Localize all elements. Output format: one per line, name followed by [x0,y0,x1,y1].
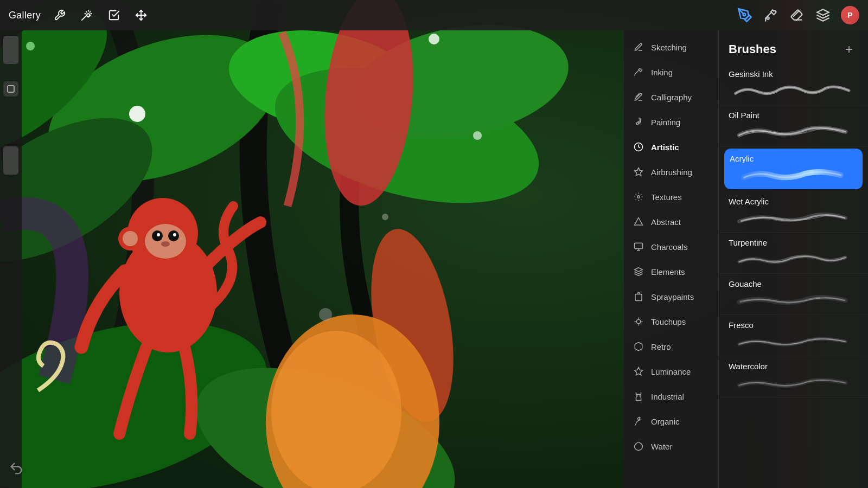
category-retro[interactable]: Retro [624,334,718,359]
brush-stroke-fresco [729,333,858,350]
magic-icon[interactable] [79,7,95,23]
svg-point-24 [429,34,439,44]
category-retro-label: Retro [651,342,671,351]
wrench-icon[interactable] [52,7,68,23]
brush-item-acrylic[interactable]: Acrylic [724,149,863,189]
category-luminance[interactable]: Luminance [624,359,718,384]
svg-line-30 [82,16,86,20]
category-list: Sketching Inking Calligraphy Painting Ar… [624,30,719,488]
brush-stroke-watercolor [729,374,858,391]
category-water-label: Water [651,442,672,451]
water-icon [633,440,644,452]
category-artistic-label: Artistic [651,143,679,152]
selection-icon[interactable] [106,7,122,23]
category-organic[interactable]: Organic [624,409,718,434]
organic-icon [633,415,644,427]
left-sidebar [0,30,22,488]
category-textures-label: Textures [651,192,682,202]
brush-stroke-turpentine [729,251,858,268]
category-sketching[interactable]: Sketching [624,35,718,60]
brush-item-gouache[interactable]: Gouache [719,274,868,315]
category-calligraphy-label: Calligraphy [651,93,692,102]
abstract-icon [633,216,644,228]
user-avatar[interactable]: P [841,6,859,24]
pen-tool-icon[interactable] [737,7,753,23]
category-organic-label: Organic [651,417,680,426]
svg-point-21 [161,241,170,247]
transform-icon[interactable] [133,7,149,23]
category-painting-label: Painting [651,118,680,127]
svg-marker-41 [635,218,643,226]
svg-point-26 [473,131,482,140]
sidebar-btn-1[interactable] [3,81,18,97]
category-touchups[interactable]: Touchups [624,309,718,334]
painting-icon [633,116,644,128]
svg-point-40 [637,196,640,198]
svg-rect-45 [635,294,642,301]
category-elements[interactable]: Elements [624,259,718,284]
svg-marker-35 [817,9,829,15]
brush-item-fresco[interactable]: Fresco [719,315,868,356]
category-textures[interactable]: Textures [624,184,718,209]
svg-point-33 [743,14,746,16]
size-slider[interactable] [3,146,18,175]
top-toolbar: Gallery [0,0,868,30]
brush-name-gouache: Gouache [729,279,858,288]
textures-icon [633,191,644,203]
category-calligraphy[interactable]: Calligraphy [624,85,718,110]
svg-point-27 [319,308,332,321]
brush-stroke-wet-acrylic [729,209,858,227]
category-inking[interactable]: Inking [624,60,718,85]
category-spraypaints-label: Spraypaints [651,292,694,301]
svg-point-13 [271,331,401,488]
svg-marker-51 [635,368,643,375]
category-airbrushing[interactable]: Airbrushing [624,159,718,184]
inking-icon [633,66,644,78]
brush-stroke-gouache [729,292,858,309]
brush-item-oil-paint[interactable]: Oil Paint [719,105,868,146]
brush-name-acrylic: Acrylic [730,154,857,163]
brush-stroke-oil [729,123,858,140]
category-industrial-label: Industrial [651,392,684,401]
brush-name-turpentine: Turpentine [729,238,858,247]
brush-name-watercolor: Watercolor [729,362,858,371]
svg-point-46 [636,319,641,324]
svg-point-38 [638,121,639,123]
svg-point-23 [123,231,138,246]
brush-item-wet-acrylic[interactable]: Wet Acrylic [719,191,868,233]
category-sketching-label: Sketching [651,43,687,52]
brush-icon[interactable] [763,7,779,23]
layers-icon[interactable] [815,7,831,23]
category-water[interactable]: Water [624,434,718,459]
category-painting[interactable]: Painting [624,110,718,134]
category-industrial[interactable]: Industrial [624,384,718,409]
category-spraypaints[interactable]: Spraypaints [624,284,718,309]
elements-icon [633,266,644,278]
add-brush-button[interactable]: + [840,40,858,59]
category-elements-label: Elements [651,267,685,277]
brush-item-turpentine[interactable]: Turpentine [719,233,868,274]
svg-point-28 [26,42,35,50]
category-airbrushing-label: Airbrushing [651,168,692,177]
category-luminance-label: Luminance [651,367,691,376]
brush-name-fresco: Fresco [729,320,858,330]
brush-item-gesinski-ink[interactable]: Gesinski Ink [719,64,868,105]
charcoals-icon [633,241,644,253]
brush-item-watercolor[interactable]: Watercolor [719,356,868,397]
category-artistic[interactable]: Artistic [624,134,718,159]
category-abstract[interactable]: Abstract [624,209,718,234]
svg-point-29 [382,214,388,220]
svg-point-20 [173,233,176,236]
brush-stroke-acrylic [730,166,857,184]
brush-name-gesinski: Gesinski Ink [729,69,858,79]
category-charcoals[interactable]: Charcoals [624,234,718,259]
industrial-icon [633,390,644,402]
opacity-slider[interactable] [3,36,18,64]
gallery-button[interactable]: Gallery [9,10,41,21]
category-abstract-label: Abstract [651,217,681,227]
brush-name-oil: Oil Paint [729,111,858,120]
brushes-panel: Sketching Inking Calligraphy Painting Ar… [624,30,868,488]
eraser-icon[interactable] [789,7,805,23]
undo-button[interactable] [9,461,24,479]
brush-name-wet-acrylic: Wet Acrylic [729,197,858,206]
